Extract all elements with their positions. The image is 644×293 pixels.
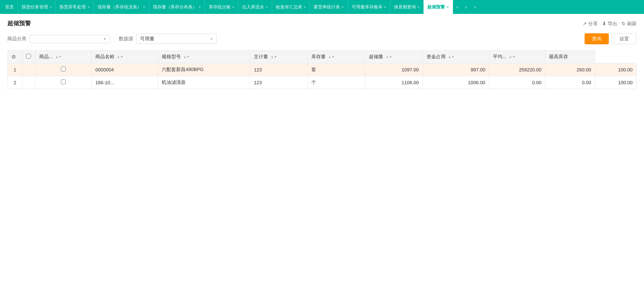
tab-order-stats[interactable]: 要货单统计表 × <box>310 0 348 14</box>
close-tab-inventory-dist[interactable]: × <box>198 5 201 9</box>
th-max-stock: 最高库存 <box>545 51 595 63</box>
td-code-1: 186-10... <box>91 76 158 89</box>
refresh-button[interactable]: ↻ 刷新 <box>622 21 637 27</box>
td-name-0: 六配套新昌490BPG <box>158 63 250 76</box>
th-overstock: 超储量 ▲▼ <box>365 51 423 63</box>
nav-arrow-left[interactable]: ‹ <box>453 0 462 14</box>
close-tab-available-account[interactable]: × <box>384 5 386 9</box>
category-label: 商品分类 <box>7 36 26 42</box>
gear-icon[interactable]: ⚙ <box>11 54 16 60</box>
tab-inventory-dist[interactable]: 现存量（库存分布表） × <box>149 0 205 14</box>
close-tab-collect-summary[interactable]: × <box>304 5 306 9</box>
td-num-0: 1 <box>8 63 22 76</box>
td-capital-1: 0.00 <box>489 76 545 89</box>
close-tab-in-out-flow[interactable]: × <box>266 5 268 9</box>
category-filter: 商品分类 ▾ <box>7 35 110 43</box>
nav-arrow-menu[interactable]: › <box>471 0 479 14</box>
tab-available-account[interactable]: 可用量库存账本 × <box>348 0 390 14</box>
td-capital-0: 259220.00 <box>489 63 545 76</box>
td-name-1: 机油滤清器 <box>158 76 250 89</box>
td-avg-0: 260.00 <box>545 63 595 76</box>
th-settings: ⚙ <box>8 51 22 63</box>
share-button[interactable]: ↗ 分享 <box>583 21 598 27</box>
td-checkbox-1 <box>36 76 92 89</box>
close-tab-inventory-status[interactable]: × <box>143 5 145 9</box>
table-header-row: ⚙ 商品... ▲▼ 商品名称 ▲▼ 规格型号 ▲▼ 主计 <box>8 51 637 63</box>
export-button[interactable]: ⬇ 导出 <box>602 21 617 27</box>
td-settings-1 <box>22 76 36 89</box>
close-tab-overstock-warning[interactable]: × <box>446 5 449 9</box>
td-checkbox-0 <box>36 63 92 76</box>
td-overstock-1: 1006.00 <box>423 76 489 89</box>
td-stock-0: 1097.00 <box>365 63 423 76</box>
th-name: 商品名称 ▲▼ <box>91 51 158 63</box>
query-button[interactable]: 查询 <box>585 33 609 44</box>
td-num-1: 2 <box>8 76 22 89</box>
sort-spec-icon[interactable]: ▲▼ <box>183 55 190 59</box>
header-actions: ↗ 分享 ⬇ 导出 ↻ 刷新 <box>583 21 637 27</box>
tab-in-out-flow[interactable]: 出入库流水 × <box>238 0 272 14</box>
refresh-icon: ↻ <box>622 21 626 26</box>
filter-row: 商品分类 ▾ 数据源 可用量 ▾ 查询 设置 <box>7 33 637 44</box>
td-settings-0 <box>22 63 36 76</box>
close-tab-task-mgmt[interactable]: × <box>50 5 52 9</box>
row-checkbox-0[interactable] <box>61 67 66 71</box>
td-overstock-0: 997.00 <box>423 63 489 76</box>
sort-code-icon[interactable]: ▲▼ <box>55 55 62 59</box>
datasource-select[interactable]: 可用量 ▾ <box>136 34 217 44</box>
td-avg-1: 0.00 <box>545 76 595 89</box>
close-tab-abnormal[interactable]: × <box>87 5 89 9</box>
category-chevron-icon: ▾ <box>104 37 106 41</box>
td-spec-0: 123 <box>250 63 308 76</box>
tab-inventory-status[interactable]: 现存量（库存状况表） × <box>94 0 149 14</box>
td-code-0: 0000004 <box>91 63 158 76</box>
nav-arrow-right[interactable]: › <box>462 0 471 14</box>
page-header: 超储预警 ↗ 分享 ⬇ 导出 ↻ 刷新 <box>7 20 637 27</box>
td-max-stock-0: 100.00 <box>595 63 636 76</box>
tab-home[interactable]: 首页 <box>1 0 18 14</box>
datasource-filter: 数据源 可用量 ▾ <box>119 34 217 44</box>
sort-avg-icon[interactable]: ▲▼ <box>509 55 516 59</box>
td-stock-1: 1106.00 <box>365 76 423 89</box>
tab-task-mgmt[interactable]: 拣货任务管理 × <box>18 0 56 14</box>
tab-collect-summary[interactable]: 收发存汇总表 × <box>272 0 310 14</box>
td-unit-1: 个 <box>308 76 365 89</box>
tab-overstock-warning[interactable]: 超储预警 × <box>424 0 453 14</box>
datasource-select-value: 可用量 <box>140 36 154 42</box>
data-table: ⚙ 商品... ▲▼ 商品名称 ▲▼ 规格型号 ▲▼ 主计 <box>7 50 637 89</box>
th-unit: 主计量 ▲▼ <box>250 51 308 63</box>
close-tab-batch-account[interactable]: × <box>232 5 234 9</box>
filter-actions: 查询 设置 <box>585 33 637 44</box>
page-title: 超储预警 <box>7 20 31 27</box>
close-tab-order-stats[interactable]: × <box>341 5 344 9</box>
datasource-chevron-icon: ▾ <box>211 37 213 41</box>
sort-stock-icon[interactable]: ▲▼ <box>328 55 335 59</box>
sort-unit-icon[interactable]: ▲▼ <box>271 55 277 59</box>
row-checkbox-1[interactable] <box>61 79 66 84</box>
select-all-checkbox[interactable] <box>26 54 31 59</box>
export-icon: ⬇ <box>602 21 606 26</box>
tab-expiry-query[interactable]: 保质期查询 × <box>390 0 424 14</box>
td-unit-0: 套 <box>308 63 365 76</box>
th-checkbox <box>22 51 36 63</box>
th-stock: 库存量 ▲▼ <box>308 51 365 63</box>
td-spec-1: 123 <box>250 76 308 89</box>
datasource-label: 数据源 <box>119 36 133 42</box>
page-content: 超储预警 ↗ 分享 ⬇ 导出 ↻ 刷新 商品分类 ▾ 数据源 <box>0 14 644 293</box>
th-spec: 规格型号 ▲▼ <box>158 51 250 63</box>
th-code: 商品... ▲▼ <box>36 51 92 63</box>
tab-batch-account[interactable]: 库存批次账 × <box>205 0 238 14</box>
th-capital: 资金占用 ▲▼ <box>423 51 489 63</box>
category-select[interactable]: ▾ <box>29 35 110 43</box>
sort-overstock-icon[interactable]: ▲▼ <box>386 55 392 59</box>
tab-abnormal[interactable]: 拣货异常处理 × <box>56 0 94 14</box>
th-avg: 平均... ▲▼ <box>489 51 545 63</box>
share-icon: ↗ <box>583 21 587 26</box>
sort-capital-icon[interactable]: ▲▼ <box>448 55 455 59</box>
table-row: 2 186-10... 机油滤清器 123 个 1106.00 1006.00 … <box>8 76 637 89</box>
table-row: 1 0000004 六配套新昌490BPG 123 套 1097.00 997.… <box>8 63 637 76</box>
settings-button[interactable]: 设置 <box>612 33 637 44</box>
sort-name-icon[interactable]: ▲▼ <box>117 55 124 59</box>
close-tab-expiry-query[interactable]: × <box>417 5 420 9</box>
td-max-stock-1: 100.00 <box>595 76 636 89</box>
